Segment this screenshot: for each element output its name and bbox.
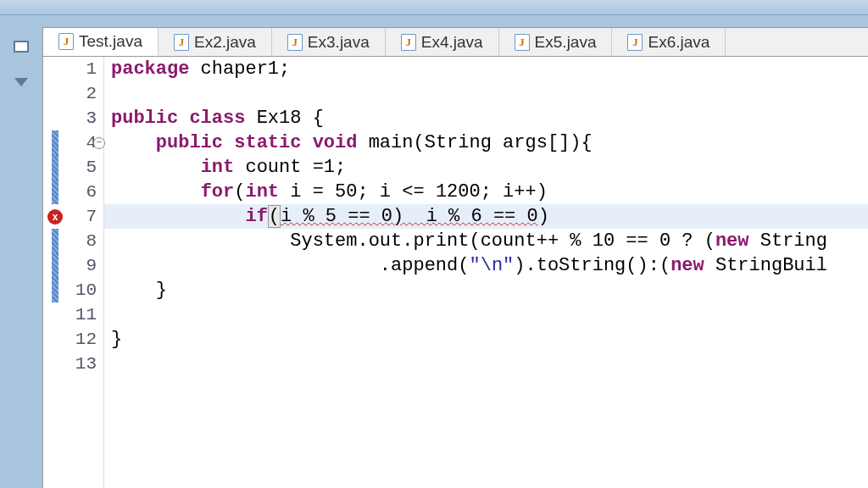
code-line: System.out.print(count++ % 10 == 0 ? (ne…	[104, 229, 868, 253]
java-file-icon: J	[287, 34, 303, 51]
code-line: public static void main(String args[]){	[104, 130, 868, 155]
code-line: package chaper1;	[104, 57, 868, 81]
window-icon[interactable]	[14, 41, 29, 53]
line-number: 13	[67, 352, 103, 376]
java-file-icon: J	[174, 34, 189, 51]
code-line: }	[104, 327, 868, 352]
tab-label: Ex6.java	[648, 33, 709, 52]
editor-panel: J Test.java J Ex2.java J Ex3.java J Ex4.…	[42, 27, 868, 488]
marker-cell	[43, 352, 67, 376]
marker-column: x	[43, 57, 67, 488]
toolbar	[0, 0, 868, 15]
code-content[interactable]: package chaper1; public class Ex18 { pub…	[104, 57, 868, 488]
marker-cell	[43, 106, 67, 130]
error-marker[interactable]: x	[43, 204, 67, 229]
marker-cell	[43, 130, 67, 155]
line-number: 12	[67, 327, 103, 352]
marker-cell	[43, 327, 67, 352]
tab-ex4-java[interactable]: J Ex4.java	[386, 28, 499, 56]
code-line: }	[104, 278, 868, 302]
code-line-current: if(i % 5 == 0) i % 6 == 0)	[104, 204, 868, 229]
java-file-icon: J	[627, 34, 643, 51]
marker-cell	[43, 180, 67, 204]
expand-icon[interactable]	[14, 78, 28, 86]
java-file-icon: J	[515, 34, 530, 51]
tab-label: Ex3.java	[308, 33, 370, 52]
code-line: .append("\n").toString():(new StringBuil	[104, 253, 868, 278]
marker-cell	[43, 278, 67, 302]
code-line: int count =1;	[104, 155, 868, 180]
marker-cell	[43, 229, 67, 253]
line-number: 11	[67, 302, 103, 327]
code-line: public class Ex18 {	[104, 106, 868, 130]
marker-cell	[43, 302, 67, 327]
fold-toggle-icon[interactable]: −	[93, 137, 105, 149]
tab-label: Test.java	[79, 32, 142, 51]
error-icon: x	[47, 209, 63, 225]
line-number: 9	[67, 253, 103, 278]
tab-ex2-java[interactable]: J Ex2.java	[159, 28, 272, 56]
marker-cell	[43, 253, 67, 278]
line-number-gutter: 1 2 3 4− 5 6 7 8 9 10 11 12 13	[67, 57, 104, 488]
main-area: J Test.java J Ex2.java J Ex3.java J Ex4.…	[0, 15, 868, 488]
code-line	[104, 81, 868, 106]
code-editor[interactable]: x 1 2 3 4− 5 6 7 8 9 10 11 12	[43, 57, 868, 488]
line-number: 5	[67, 155, 103, 180]
tab-ex3-java[interactable]: J Ex3.java	[272, 28, 386, 56]
tab-ex6-java[interactable]: J Ex6.java	[612, 28, 726, 56]
tab-bar: J Test.java J Ex2.java J Ex3.java J Ex4.…	[43, 28, 868, 57]
tab-test-java[interactable]: J Test.java	[43, 28, 159, 56]
tab-label: Ex4.java	[421, 33, 483, 52]
line-number: 10	[67, 278, 103, 302]
code-line	[104, 302, 868, 327]
line-number: 8	[67, 229, 103, 253]
left-sidebar	[0, 15, 42, 488]
line-number: 6	[67, 180, 103, 204]
line-number: 2	[67, 81, 103, 106]
marker-cell	[43, 81, 67, 106]
java-file-icon: J	[401, 34, 416, 51]
marker-cell	[43, 57, 67, 81]
code-line: for(int i = 50; i <= 1200; i++)	[104, 180, 868, 204]
line-number: 4−	[67, 130, 103, 155]
code-line	[104, 352, 868, 376]
line-number: 1	[67, 57, 103, 81]
marker-cell	[43, 155, 67, 180]
java-file-icon: J	[58, 33, 74, 50]
tab-label: Ex5.java	[535, 33, 597, 52]
line-number: 7	[67, 204, 103, 229]
tab-ex5-java[interactable]: J Ex5.java	[499, 28, 613, 56]
tab-label: Ex2.java	[194, 33, 256, 52]
line-number: 3	[67, 106, 103, 130]
